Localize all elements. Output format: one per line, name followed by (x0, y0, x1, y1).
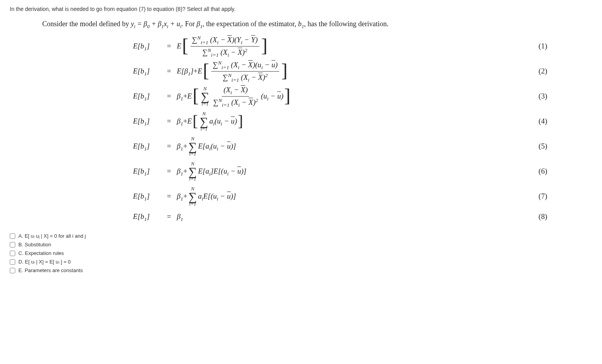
problem-intro: Consider the model defined by yi = β0 + … (31, 19, 571, 29)
eq-rhs-8: β1 (177, 212, 183, 222)
frac-num: ∑Ni=1 (Xi − X)(ui − u) (211, 60, 279, 72)
equation-4: E[b1] = β1 + E [ N ∑ i=1 ai(ui − u) ] (4… (31, 109, 571, 134)
option-c-checkbox[interactable] (10, 251, 15, 256)
eq-sign: = (161, 141, 177, 152)
equation-8: E[b1] = β1 (8) (31, 209, 571, 224)
term-eb1: E[β1] (177, 66, 194, 77)
sum-icon: N ∑ i=1 (200, 111, 208, 131)
equation-6: E[b1] = β1 + N ∑ i=1 E[ai]E[(ui − u)] (6… (31, 159, 571, 184)
sum-bot: i=1 (189, 177, 196, 181)
eq-rhs-3: β1 + E [ N ∑ i=1 (Xi − X) ∑Ni=1 (Xi − X)… (177, 85, 291, 108)
eq-lhs: E[b1] (133, 91, 161, 102)
eq-lhs: E[b1] (133, 116, 161, 127)
e-symbol: E (198, 66, 202, 77)
term-beta1: β1 (177, 141, 183, 152)
equation-7: E[b1] = β1 + N ∑ i=1 aiE[(ui − u)] (7) (31, 184, 571, 209)
frac-den: ∑Ni=1 (Xi − X)2 (221, 72, 269, 83)
fraction: (Xi − X) ∑Ni=1 (Xi − X)2 (212, 85, 260, 108)
sigma-icon: ∑ (189, 141, 197, 152)
plus: + (183, 191, 187, 202)
eq-number: (2) (539, 66, 547, 77)
eq-rhs-1: E [ ∑Ni=1 (Xi − X)(Yi − Y) ∑Ni=1 (Xi − X… (177, 35, 268, 57)
term-beta1: β1 (177, 116, 183, 127)
eq-rhs-7: β1 + N ∑ i=1 aiE[(ui − u)] (177, 186, 236, 206)
term-beta1: β1 (177, 212, 183, 222)
intro-post2: , has the following derivation. (304, 20, 388, 28)
sigma-icon: ∑ (189, 191, 197, 202)
frac-den: ∑Ni=1 (Xi − X)2 (212, 97, 260, 108)
e-symbol: E (177, 41, 181, 52)
eq-rhs-2: E[β1] + E [ ∑Ni=1 (Xi − X)(ui − u) ∑Ni=1… (177, 60, 288, 82)
option-a-label[interactable]: A. E[ uᵢ uⱼ | X] = 0 for all i and j (18, 233, 86, 239)
plus: + (183, 166, 187, 177)
equations: E[b1] = E [ ∑Ni=1 (Xi − X)(Yi − Y) ∑Ni=1… (31, 34, 571, 224)
option-a[interactable]: A. E[ uᵢ uⱼ | X] = 0 for all i and j (10, 233, 592, 239)
eq-sign: = (161, 116, 177, 127)
eq-lhs: E[b1] (133, 66, 161, 77)
option-a-checkbox[interactable] (10, 233, 15, 239)
eq-number: (6) (539, 166, 547, 177)
option-d[interactable]: D. E[ uᵢ | X] = E[ uᵢ ] = 0 (10, 259, 592, 265)
intro-post1: , the expectation of the estimator, (203, 20, 298, 28)
option-e-checkbox[interactable] (10, 268, 15, 273)
eq-rhs-6: β1 + N ∑ i=1 E[ai]E[(ui − u)] (177, 161, 246, 181)
eq-rhs-5: β1 + N ∑ i=1 E[ai(ui − u)] (177, 136, 236, 156)
eq-sign: = (161, 191, 177, 202)
eq-lhs: E[b1] (133, 166, 161, 177)
eq-sign: = (161, 166, 177, 177)
plus: + (183, 91, 187, 102)
problem-body: Consider the model defined by yi = β0 + … (31, 19, 571, 224)
sum-bot: i=1 (201, 102, 208, 106)
term: aiE[(ui − u)] (198, 191, 236, 202)
option-b-label[interactable]: B. Substitution (18, 242, 51, 247)
option-c[interactable]: C. Expectation rules (10, 250, 592, 256)
eq-lhs: E[b1] (133, 212, 161, 222)
eq-number: (3) (539, 91, 547, 102)
eq-number: (1) (539, 41, 547, 52)
intro-model: yi = β0 + β1xi + ui (131, 20, 181, 28)
equation-2: E[b1] = E[β1] + E [ ∑Ni=1 (Xi − X)(ui − … (31, 59, 571, 84)
option-b-checkbox[interactable] (10, 242, 15, 247)
term: E[ai(ui − u)] (198, 141, 236, 152)
tail: (ui − u) (261, 91, 284, 102)
option-e-label[interactable]: E. Parameters are constants (18, 267, 83, 273)
option-c-label[interactable]: C. Expectation rules (18, 250, 64, 256)
frac-den: ∑Ni=1 (Xi − X)2 (201, 47, 249, 58)
plus: + (183, 116, 187, 127)
sum-icon: N ∑ i=1 (189, 136, 197, 156)
e-symbol: E (187, 91, 192, 102)
sigma-icon: ∑ (201, 91, 209, 102)
eq-lhs: E[b1] (133, 191, 161, 202)
eq-number: (7) (539, 191, 547, 202)
intro-mid: . For (181, 20, 197, 28)
option-d-label[interactable]: D. E[ uᵢ | X] = E[ uᵢ ] = 0 (18, 259, 71, 265)
equation-1: E[b1] = E [ ∑Ni=1 (Xi − X)(Yi − Y) ∑Ni=1… (31, 34, 571, 59)
eq-sign: = (161, 66, 177, 77)
term-beta1: β1 (177, 91, 183, 102)
plus: + (194, 66, 198, 77)
term: ai(ui − u) (209, 116, 237, 127)
eq-rhs-4: β1 + E [ N ∑ i=1 ai(ui − u) ] (177, 111, 244, 131)
eq-sign: = (161, 91, 177, 102)
fraction: ∑Ni=1 (Xi − X)(ui − u) ∑Ni=1 (Xi − X)2 (211, 60, 279, 82)
sigma-icon: ∑ (200, 116, 208, 127)
sigma-icon: ∑ (189, 166, 197, 177)
option-e[interactable]: E. Parameters are constants (10, 267, 592, 273)
term-beta1: β1 (177, 166, 183, 177)
term: E[ai]E[(ui − u)] (198, 166, 246, 177)
sum-bot: i=1 (189, 152, 196, 156)
frac-num: ∑Ni=1 (Xi − X)(Yi − Y) (190, 35, 259, 47)
eq-number: (8) (539, 212, 547, 222)
intro-beta: β1 (196, 20, 202, 28)
option-d-checkbox[interactable] (10, 259, 15, 265)
intro-b1: b1 (298, 20, 304, 28)
sum-icon: N ∑ i=1 (201, 86, 209, 106)
e-symbol: E (187, 116, 192, 127)
fraction: ∑Ni=1 (Xi − X)(Yi − Y) ∑Ni=1 (Xi − X)2 (190, 35, 259, 57)
option-b[interactable]: B. Substitution (10, 242, 592, 247)
intro-pre: Consider the model defined by (42, 20, 131, 28)
eq-lhs: E[b1] (133, 41, 161, 52)
term-beta1: β1 (177, 191, 183, 202)
eq-number: (5) (539, 141, 547, 152)
question-prompt: In the derivation, what is needed to go … (10, 6, 592, 12)
